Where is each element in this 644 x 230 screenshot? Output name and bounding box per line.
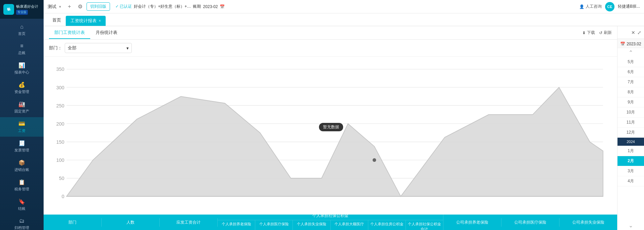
logo-text: 畅康通好会计 专业版: [16, 4, 38, 15]
chevron-down-icon: ▾: [126, 46, 129, 51]
month-jun[interactable]: 6月: [618, 67, 644, 77]
col-group-personal: 个人承担社保公积金 个人承担养老保险 个人承担医疗保险 个人承担失业保险 个人承…: [218, 215, 443, 230]
settlement-icon: 🔖: [18, 198, 25, 205]
year-label: 📅 2023.02: [618, 39, 644, 48]
subtab-actions: ⬇ 下载 ↺ 刷新: [582, 30, 612, 36]
month-jul[interactable]: 7月: [618, 77, 644, 87]
logo-title: 畅康通好会计: [16, 4, 38, 9]
period-value: 2023-02: [203, 4, 218, 9]
download-button[interactable]: ⬇ 下载: [582, 30, 595, 36]
right-panel: ✕ ⤢ 📅 2023.02 ⌃ 5月 6月 7月 8月 9月 10月 11月 1…: [617, 26, 644, 230]
col-company-medical: 公司承担医疗保险: [501, 218, 559, 227]
logo: 畅 畅康通好会计 专业版: [0, 0, 44, 19]
chart-area: 350 300 250 200 150 100 50 0 暂无数据: [44, 57, 617, 215]
user-name[interactable]: 轻捷通B班...: [618, 4, 640, 9]
dropdown-arrow-icon[interactable]: ▾: [59, 4, 61, 9]
switch-version-button[interactable]: 切到旧版: [87, 2, 110, 11]
group-cells: 个人承担养老保险 个人承担医疗保险 个人承担失业保险 个人承担大额医疗 个人承担…: [218, 220, 443, 230]
subtab-left: 部门工资统计表 月份统计表: [49, 27, 123, 39]
sidebar-label-invoices: 发票管理: [14, 148, 29, 153]
tab-monthly-salary[interactable]: 月份统计表: [90, 27, 123, 39]
refresh-button[interactable]: ↺ 刷新: [599, 30, 612, 36]
sidebar-label-reports: 报表中心: [14, 70, 29, 75]
user-avatar: CE: [605, 2, 614, 11]
certified-tag: ✓ 已认证: [115, 4, 132, 9]
add-button[interactable]: ＋: [65, 2, 74, 11]
col-count: 人数: [102, 218, 160, 227]
topbar: 测试 ▾ ＋ ⚙ 切到旧版 ✓ 已认证 好会计（专）+好生意（标）+… 账期 2…: [44, 0, 644, 13]
month-aug[interactable]: 8月: [618, 87, 644, 97]
sidebar-item-home[interactable]: ⌂ 首页: [0, 20, 44, 40]
month-apr[interactable]: 4月: [618, 176, 644, 186]
home-icon: ⌂: [20, 24, 23, 30]
subtab-bar: 部门工资统计表 月份统计表 ⬇ 下载 ↺ 刷新: [44, 26, 617, 40]
invoices-icon: 🧾: [18, 140, 25, 146]
tab-dept-salary[interactable]: 部门工资统计表: [49, 27, 90, 39]
svg-text:250: 250: [56, 103, 64, 108]
sidebar-item-reports[interactable]: 📊 报表中心: [0, 59, 44, 78]
right-panel-header: ✕ ⤢: [618, 26, 644, 39]
svg-text:350: 350: [56, 66, 64, 72]
expand-panel-icon[interactable]: ⤢: [637, 30, 641, 35]
month-nov[interactable]: 11月: [618, 118, 644, 128]
content-main: 部门工资统计表 月份统计表 ⬇ 下载 ↺ 刷新 部门：: [44, 26, 617, 230]
sidebar: 畅 畅康通好会计 专业版 ⌂ 首页 ≡ 总账 📊 报表中心 💰 资金管理 🏭 固…: [0, 0, 44, 230]
sidebar-item-assets[interactable]: 🏭 固定资产: [0, 98, 44, 117]
next-year-button[interactable]: ⌄: [618, 221, 644, 230]
tab-salary-report[interactable]: 工资统计报表 ×: [66, 16, 106, 26]
sidebar-item-ledger[interactable]: ≡ 总账: [0, 40, 44, 59]
content-area: 部门工资统计表 月份统计表 ⬇ 下载 ↺ 刷新 部门：: [44, 26, 644, 230]
funds-icon: 💰: [18, 82, 25, 88]
sidebar-label-salary: 工资: [18, 128, 25, 133]
svg-text:300: 300: [56, 85, 64, 90]
refresh-label: 刷新: [604, 30, 612, 36]
sidebar-item-tax[interactable]: 📋 税务管理: [0, 176, 44, 195]
month-may[interactable]: 5月: [618, 57, 644, 67]
filter-dept-label: 部门：: [49, 45, 62, 51]
sidebar-item-archive[interactable]: 🗂 归档管理: [0, 215, 44, 230]
salary-icon: 💳: [18, 121, 25, 127]
tab-salary-label: 工资统计报表: [70, 18, 97, 24]
sidebar-item-settlement[interactable]: 🔖 结账: [0, 195, 44, 215]
archive-icon: 🗂: [19, 218, 24, 224]
year-2024-label: 2024: [618, 138, 644, 146]
logo-icon: 畅: [3, 4, 14, 15]
product-tags: 好会计（专）+好生意（标）+…: [134, 4, 191, 9]
col-personal-pension: 个人承担养老保险: [218, 220, 255, 230]
calendar-icon[interactable]: 📅: [220, 4, 225, 9]
col-personal-total: 个人承担社保公积金合计: [406, 220, 443, 230]
main-area: 测试 ▾ ＋ ⚙ 切到旧版 ✓ 已认证 好会计（专）+好生意（标）+… 账期 2…: [44, 0, 644, 230]
reports-icon: 📊: [18, 62, 25, 68]
tab-home[interactable]: 首页: [48, 15, 66, 26]
tab-close-button[interactable]: ×: [99, 18, 101, 23]
sidebar-item-salary[interactable]: 💳 工资: [0, 117, 44, 137]
ledger-icon: ≡: [20, 43, 23, 49]
month-mar[interactable]: 3月: [618, 166, 644, 176]
sidebar-item-invoices[interactable]: 🧾 发票管理: [0, 137, 44, 156]
consultant-button[interactable]: 👤 人工咨询: [579, 4, 602, 9]
col-personal-major-medical: 个人承担大额医疗: [331, 220, 368, 230]
topbar-right: 👤 人工咨询 CE 轻捷通B班...: [579, 2, 640, 11]
dept-select[interactable]: 全部 ▾: [65, 43, 132, 53]
topbar-title: 测试: [48, 4, 56, 10]
sidebar-item-sales[interactable]: 📦 进销台账: [0, 156, 44, 176]
download-icon: ⬇: [582, 31, 586, 35]
table-footer: 部门 人数 应发工资合计 个人承担社保公积金 个人承担养老保险 个人承担医疗保险…: [44, 215, 617, 230]
month-oct[interactable]: 10月: [618, 107, 644, 118]
month-sep[interactable]: 9月: [618, 97, 644, 107]
col-personal-housing-fund: 个人承担住房公积金: [368, 220, 406, 230]
sidebar-item-funds[interactable]: 💰 资金管理: [0, 78, 44, 98]
month-jan[interactable]: 1月: [618, 146, 644, 156]
sidebar-label-home: 首页: [18, 31, 25, 36]
sidebar-nav: ⌂ 首页 ≡ 总账 📊 报表中心 💰 资金管理 🏭 固定资产 💳 工资 🧾 发票…: [0, 19, 44, 230]
close-panel-icon[interactable]: ✕: [631, 30, 635, 35]
tab-bar: 首页 工资统计报表 ×: [44, 13, 644, 26]
month-dec[interactable]: 12月: [618, 128, 644, 138]
svg-text:150: 150: [56, 139, 64, 145]
logo-badge: 专业版: [16, 10, 28, 15]
month-feb-active[interactable]: 2月: [618, 156, 644, 166]
col-total-salary: 应发工资合计: [160, 218, 218, 227]
dept-select-value: 全部: [68, 45, 76, 51]
settings-gear-button[interactable]: ⚙: [76, 2, 85, 11]
prev-year-button[interactable]: ⌃: [618, 48, 644, 57]
